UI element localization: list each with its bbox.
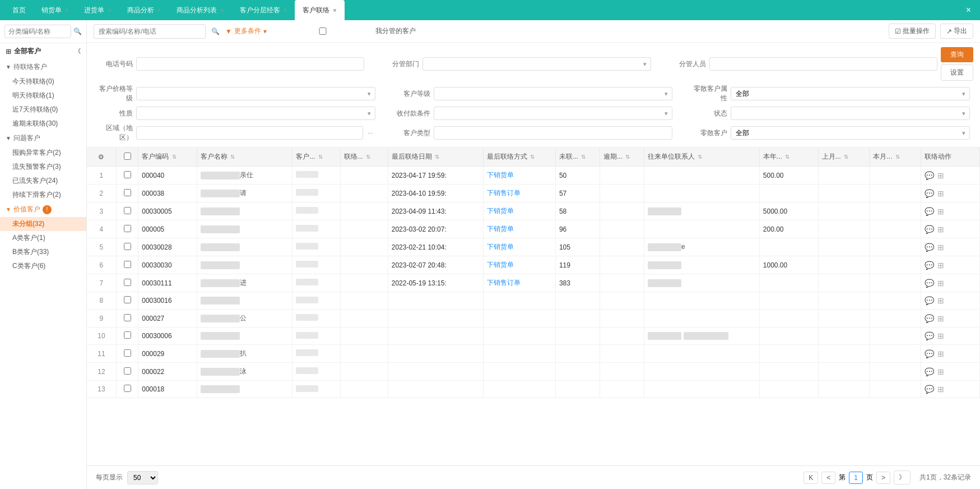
- row-checkbox[interactable]: [124, 314, 131, 321]
- cell-checkbox[interactable]: [116, 256, 138, 274]
- more-actions-icon[interactable]: ⊞: [937, 189, 944, 198]
- row-checkbox[interactable]: [124, 279, 131, 286]
- chat-icon[interactable]: 💬: [925, 171, 934, 180]
- more-actions-icon[interactable]: ⊞: [937, 261, 944, 270]
- batch-operation-button[interactable]: ☑ 批量操作: [889, 24, 936, 39]
- cell-last-method[interactable]: [484, 345, 556, 363]
- sidebar-group-pending[interactable]: ▼ 待联络客户: [0, 59, 86, 75]
- my-customers-checkbox[interactable]: [272, 27, 373, 35]
- more-actions-icon[interactable]: ⊞: [937, 349, 944, 358]
- row-checkbox[interactable]: [124, 385, 131, 392]
- cell-last-method[interactable]: [484, 310, 556, 327]
- chat-icon[interactable]: 💬: [925, 189, 934, 198]
- row-checkbox[interactable]: [124, 225, 131, 232]
- sidebar-search-icon[interactable]: 🔍: [73, 27, 82, 35]
- cell-checkbox[interactable]: [116, 167, 138, 184]
- more-actions-icon[interactable]: ⊞: [937, 367, 944, 376]
- sidebar-item-c-class[interactable]: C类客户(6): [0, 259, 86, 273]
- sidebar-item-declining[interactable]: 持续下滑客户(2): [0, 188, 86, 202]
- method-link[interactable]: 下销货单: [487, 207, 514, 215]
- cell-last-method[interactable]: 下销货单: [484, 238, 556, 256]
- tab-customer-contact-close[interactable]: ×: [333, 7, 336, 13]
- tab-home[interactable]: 首页: [4, 0, 34, 20]
- row-checkbox[interactable]: [124, 331, 131, 339]
- tab-product-analysis[interactable]: 商品分析 ×: [119, 0, 169, 20]
- cell-checkbox[interactable]: [116, 381, 138, 398]
- cell-last-method[interactable]: 下销货单: [484, 167, 556, 184]
- select-nature[interactable]: [136, 107, 375, 120]
- search-input[interactable]: [94, 24, 206, 39]
- first-page-button[interactable]: K: [803, 472, 818, 484]
- more-actions-icon[interactable]: ⊞: [937, 331, 944, 340]
- export-button[interactable]: ↗ 导出: [940, 24, 973, 39]
- cell-last-method[interactable]: 下销货单: [484, 220, 556, 238]
- chat-icon[interactable]: 💬: [925, 225, 934, 234]
- method-link[interactable]: 下销货单: [487, 243, 514, 251]
- row-checkbox[interactable]: [124, 189, 131, 196]
- chat-icon[interactable]: 💬: [925, 367, 934, 376]
- query-button[interactable]: 查询: [941, 47, 973, 62]
- th-settings[interactable]: ⚙: [87, 147, 116, 167]
- more-actions-icon[interactable]: ⊞: [937, 171, 944, 180]
- tab-sales-order-close[interactable]: ×: [65, 7, 68, 13]
- method-link[interactable]: 下销售订单: [487, 189, 521, 197]
- row-checkbox[interactable]: [124, 171, 131, 178]
- chat-icon[interactable]: 💬: [925, 243, 934, 252]
- row-checkbox[interactable]: [124, 261, 131, 268]
- per-page-select[interactable]: 50 100: [127, 471, 158, 485]
- tab-product-analysis-close[interactable]: ×: [157, 7, 161, 13]
- cell-checkbox[interactable]: [116, 292, 138, 310]
- cell-checkbox[interactable]: [116, 220, 138, 238]
- last-page-button[interactable]: 》: [894, 470, 911, 485]
- sidebar-item-ungrouped[interactable]: 未分组(32): [0, 217, 86, 231]
- sidebar-item-overdue-pending[interactable]: 逾期未联络(30): [0, 117, 86, 131]
- tab-sales-order[interactable]: 销货单 ×: [34, 0, 76, 20]
- select-retail-attr[interactable]: 全部: [731, 87, 970, 100]
- cell-last-method[interactable]: 下销货单: [484, 202, 556, 220]
- sidebar-group-problem[interactable]: ▼ 问题客户: [0, 131, 86, 146]
- th-checkbox[interactable]: [116, 147, 138, 167]
- search-button[interactable]: 🔍: [211, 27, 220, 35]
- cell-last-method[interactable]: 下销货单: [484, 256, 556, 274]
- sidebar-item-churned[interactable]: 已流失客户(24): [0, 174, 86, 188]
- tab-product-analysis-list-close[interactable]: ×: [220, 7, 224, 13]
- sidebar-group-value[interactable]: ▼ 价值客户 !: [0, 202, 86, 217]
- cell-last-method[interactable]: 下销售订单: [484, 184, 556, 202]
- select-status[interactable]: [731, 107, 970, 120]
- input-manager[interactable]: [709, 57, 937, 71]
- cell-last-method[interactable]: [484, 363, 556, 381]
- input-region[interactable]: [136, 126, 363, 140]
- more-actions-icon[interactable]: ⊞: [937, 385, 944, 394]
- method-link[interactable]: 下销售订单: [487, 279, 521, 287]
- select-customer-level[interactable]: [434, 87, 673, 100]
- row-checkbox[interactable]: [124, 207, 131, 214]
- sidebar-item-hoarding-abnormal[interactable]: 囤购异常客户(2): [0, 146, 86, 160]
- chat-icon[interactable]: 💬: [925, 385, 934, 394]
- chat-icon[interactable]: 💬: [925, 349, 934, 358]
- select-payment[interactable]: [434, 107, 673, 120]
- more-actions-icon[interactable]: ⊞: [937, 243, 944, 252]
- select-dept[interactable]: [422, 57, 651, 71]
- more-actions-icon[interactable]: ⊞: [937, 279, 944, 288]
- sidebar-all-customers[interactable]: ⊞ 全部客户 《: [0, 43, 86, 59]
- sidebar-search-input[interactable]: [4, 25, 71, 38]
- chat-icon[interactable]: 💬: [925, 207, 934, 216]
- tab-product-analysis-list[interactable]: 商品分析列表 ×: [169, 0, 231, 20]
- tab-customer-stratification-close[interactable]: ×: [284, 7, 287, 13]
- chat-icon[interactable]: 💬: [925, 296, 934, 305]
- region-dots[interactable]: ···: [368, 129, 373, 137]
- cell-checkbox[interactable]: [116, 363, 138, 381]
- cell-last-method[interactable]: 下销售订单: [484, 274, 556, 292]
- sidebar-item-churn-warning[interactable]: 流失预警客户(3): [0, 160, 86, 174]
- cell-checkbox[interactable]: [116, 274, 138, 292]
- cell-last-method[interactable]: [484, 381, 556, 398]
- sidebar-item-tomorrow-pending[interactable]: 明天待联络(1): [0, 89, 86, 103]
- more-actions-icon[interactable]: ⊞: [937, 207, 944, 216]
- chat-icon[interactable]: 💬: [925, 331, 934, 340]
- cell-checkbox[interactable]: [116, 310, 138, 327]
- chat-icon[interactable]: 💬: [925, 314, 934, 323]
- more-actions-icon[interactable]: ⊞: [937, 225, 944, 234]
- method-link[interactable]: 下销货单: [487, 171, 514, 179]
- cell-checkbox[interactable]: [116, 202, 138, 220]
- select-retail-customer[interactable]: 全部: [731, 126, 970, 140]
